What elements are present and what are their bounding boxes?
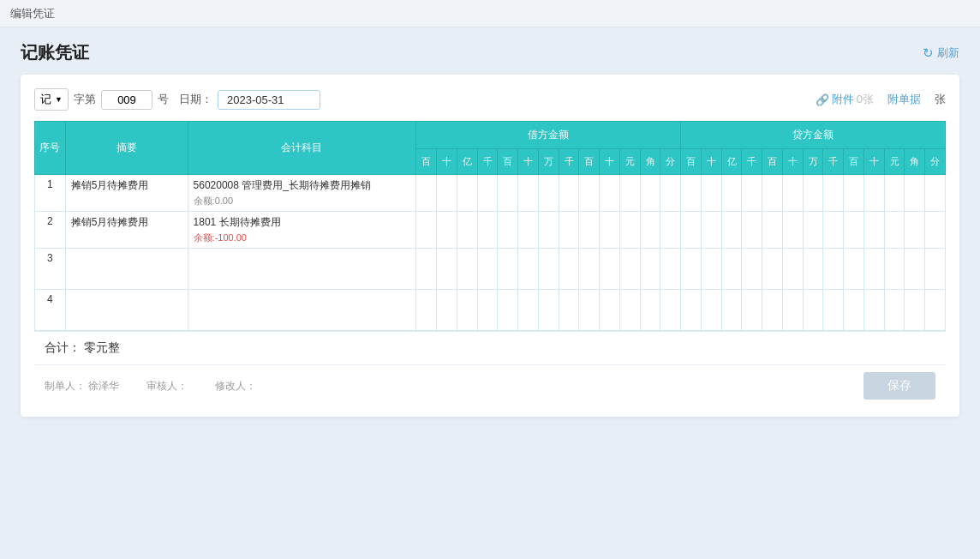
row1-summary[interactable]: 摊销5月待摊费用 xyxy=(65,175,188,212)
row3-account[interactable] xyxy=(188,249,416,290)
voucher-number-input[interactable] xyxy=(101,90,152,110)
row3-d11[interactable] xyxy=(619,249,640,290)
row2-c10[interactable] xyxy=(863,212,884,249)
row2-d9[interactable] xyxy=(579,212,600,249)
row2-c8[interactable] xyxy=(823,212,844,249)
row3-d7[interactable] xyxy=(538,249,559,290)
row3-d13[interactable] xyxy=(660,249,681,290)
refresh-button[interactable]: ↻ 刷新 xyxy=(923,45,959,61)
row2-d11[interactable] xyxy=(619,212,640,249)
row1-c10[interactable] xyxy=(863,175,884,212)
row2-d7[interactable] xyxy=(538,212,559,249)
row1-d12[interactable] xyxy=(640,175,660,212)
row3-d9[interactable] xyxy=(579,249,600,290)
row4-c4[interactable] xyxy=(742,290,762,331)
row2-d4[interactable] xyxy=(477,212,498,249)
row3-c9[interactable] xyxy=(844,249,864,290)
row3-c13[interactable] xyxy=(925,249,946,290)
row2-c9[interactable] xyxy=(844,212,864,249)
row2-d1[interactable] xyxy=(416,212,437,249)
save-button[interactable]: 保存 xyxy=(863,372,935,400)
row1-c5[interactable] xyxy=(762,175,783,212)
row4-c10[interactable] xyxy=(863,290,884,331)
row3-c8[interactable] xyxy=(823,249,844,290)
row4-c3[interactable] xyxy=(721,290,742,331)
row1-d6[interactable] xyxy=(518,175,539,212)
row3-d8[interactable] xyxy=(559,249,579,290)
row2-d2[interactable] xyxy=(437,212,457,249)
row2-summary[interactable]: 摊销5月待摊费用 xyxy=(65,212,188,249)
row4-d11[interactable] xyxy=(619,290,640,331)
row2-d13[interactable] xyxy=(660,212,681,249)
row4-d2[interactable] xyxy=(437,290,457,331)
row4-d13[interactable] xyxy=(660,290,681,331)
row2-c7[interactable] xyxy=(803,212,823,249)
row3-d10[interactable] xyxy=(600,249,620,290)
row3-d6[interactable] xyxy=(518,249,539,290)
row4-d3[interactable] xyxy=(457,290,477,331)
row2-c6[interactable] xyxy=(782,212,803,249)
row1-c11[interactable] xyxy=(884,175,905,212)
row2-c3[interactable] xyxy=(721,212,742,249)
row1-c1[interactable] xyxy=(681,175,702,212)
row4-c11[interactable] xyxy=(884,290,905,331)
row4-d7[interactable] xyxy=(538,290,559,331)
row4-d8[interactable] xyxy=(559,290,579,331)
row1-c9[interactable] xyxy=(844,175,864,212)
row4-summary[interactable] xyxy=(65,290,188,331)
row4-c12[interactable] xyxy=(905,290,925,331)
row1-d5[interactable] xyxy=(498,175,518,212)
row4-d1[interactable] xyxy=(416,290,437,331)
row4-c2[interactable] xyxy=(701,290,721,331)
row1-d10[interactable] xyxy=(600,175,620,212)
row3-d4[interactable] xyxy=(477,249,498,290)
row4-c13[interactable] xyxy=(925,290,946,331)
row2-d10[interactable] xyxy=(600,212,620,249)
row1-d8[interactable] xyxy=(559,175,579,212)
row1-d2[interactable] xyxy=(437,175,457,212)
row1-account[interactable]: 56020008 管理费用_长期待摊费用摊销 余额:0.00 xyxy=(188,175,416,212)
row2-c11[interactable] xyxy=(884,212,905,249)
row2-d12[interactable] xyxy=(640,212,660,249)
row4-account[interactable] xyxy=(188,290,416,331)
row1-d9[interactable] xyxy=(579,175,600,212)
row3-d1[interactable] xyxy=(416,249,437,290)
row4-c9[interactable] xyxy=(844,290,864,331)
row4-d10[interactable] xyxy=(600,290,620,331)
row2-c2[interactable] xyxy=(701,212,721,249)
date-input[interactable] xyxy=(218,90,320,110)
row1-d3[interactable] xyxy=(457,175,477,212)
row4-c5[interactable] xyxy=(762,290,783,331)
row3-c1[interactable] xyxy=(681,249,702,290)
voucher-type-select[interactable]: 记 ▼ xyxy=(34,88,69,111)
row4-d6[interactable] xyxy=(518,290,539,331)
row2-d3[interactable] xyxy=(457,212,477,249)
row4-c6[interactable] xyxy=(782,290,803,331)
row4-d12[interactable] xyxy=(640,290,660,331)
row3-c2[interactable] xyxy=(701,249,721,290)
row3-c6[interactable] xyxy=(782,249,803,290)
row4-d5[interactable] xyxy=(498,290,518,331)
row3-d5[interactable] xyxy=(498,249,518,290)
row1-d4[interactable] xyxy=(477,175,498,212)
row1-c2[interactable] xyxy=(701,175,721,212)
row3-d12[interactable] xyxy=(640,249,660,290)
row2-c13[interactable] xyxy=(925,212,946,249)
row1-d7[interactable] xyxy=(538,175,559,212)
row1-c8[interactable] xyxy=(823,175,844,212)
row3-c5[interactable] xyxy=(762,249,783,290)
row1-c12[interactable] xyxy=(905,175,925,212)
row2-c5[interactable] xyxy=(762,212,783,249)
row3-d2[interactable] xyxy=(437,249,457,290)
row3-c3[interactable] xyxy=(721,249,742,290)
row2-c4[interactable] xyxy=(742,212,762,249)
row3-d3[interactable] xyxy=(457,249,477,290)
row3-c7[interactable] xyxy=(803,249,823,290)
row2-c1[interactable] xyxy=(681,212,702,249)
row1-c13[interactable] xyxy=(925,175,946,212)
row4-c8[interactable] xyxy=(823,290,844,331)
row3-c4[interactable] xyxy=(742,249,762,290)
row1-c4[interactable] xyxy=(742,175,762,212)
row4-d9[interactable] xyxy=(579,290,600,331)
row2-d8[interactable] xyxy=(559,212,579,249)
